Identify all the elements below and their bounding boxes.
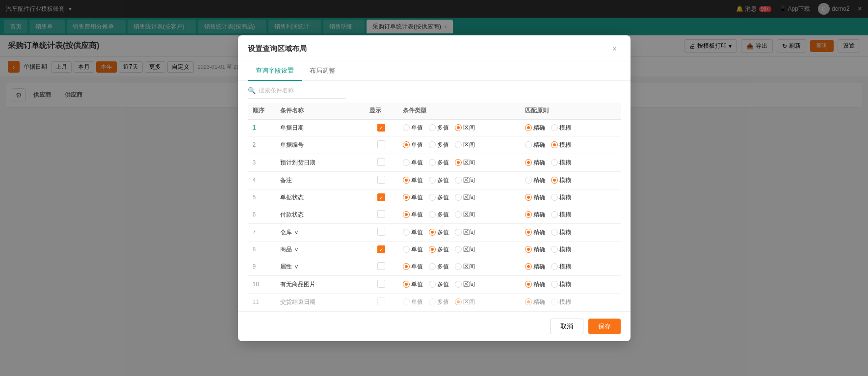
type-radio-range[interactable]: 区间 [455, 298, 475, 306]
type-radio-single[interactable]: 单值 [403, 228, 423, 237]
radio-label: 区间 [463, 159, 475, 167]
save-button[interactable]: 保存 [588, 319, 621, 334]
type-radio-single[interactable]: 单值 [403, 298, 423, 306]
radio-dot [455, 141, 462, 148]
type-radio-range[interactable]: 区间 [455, 141, 475, 149]
type-radio-multi[interactable]: 多值 [429, 280, 449, 289]
type-radio-multi[interactable]: 多值 [429, 124, 449, 132]
match-radio-exact[interactable]: 精确 [525, 245, 545, 254]
match-radio-exact[interactable]: 精确 [525, 159, 545, 167]
type-radio-range[interactable]: 区间 [455, 228, 475, 237]
radio-label: 多值 [437, 211, 449, 219]
match-radio-exact[interactable]: 精确 [525, 280, 545, 289]
display-checkbox[interactable] [377, 176, 385, 184]
type-radio-single[interactable]: 单值 [403, 280, 423, 289]
type-radio-range[interactable]: 区间 [455, 211, 475, 219]
type-radio-single[interactable]: 单值 [403, 263, 423, 271]
cell-display[interactable] [365, 275, 398, 293]
match-radio-fuzzy[interactable]: 模糊 [551, 211, 571, 219]
type-radio-single[interactable]: 单值 [403, 193, 423, 202]
display-checkbox[interactable] [377, 245, 385, 253]
display-checkbox[interactable] [377, 297, 385, 305]
type-radio-range[interactable]: 区间 [455, 280, 475, 289]
type-radio-group: 单值多值区间 [403, 159, 516, 167]
cell-display[interactable] [365, 189, 398, 206]
type-radio-multi[interactable]: 多值 [429, 228, 449, 237]
match-radio-exact[interactable]: 精确 [525, 263, 545, 271]
match-radio-exact[interactable]: 精确 [525, 141, 545, 149]
type-radio-single[interactable]: 单值 [403, 211, 423, 219]
cell-order: 11 [248, 293, 276, 311]
cell-display[interactable] [365, 136, 398, 154]
display-checkbox[interactable] [377, 280, 385, 288]
type-radio-single[interactable]: 单值 [403, 124, 423, 132]
match-radio-exact[interactable]: 精确 [525, 124, 545, 132]
match-radio-fuzzy[interactable]: 模糊 [551, 228, 571, 237]
cell-display[interactable] [365, 241, 398, 258]
type-radio-range[interactable]: 区间 [455, 124, 475, 132]
match-radio-group: 精确模糊 [525, 298, 615, 306]
match-radio-exact[interactable]: 精确 [525, 298, 545, 306]
type-radio-multi[interactable]: 多值 [429, 245, 449, 254]
type-radio-multi[interactable]: 多值 [429, 141, 449, 149]
radio-dot [525, 298, 532, 305]
match-radio-exact[interactable]: 精确 [525, 193, 545, 202]
match-radio-exact[interactable]: 精确 [525, 176, 545, 185]
dialog-tabs: 查询字段设置 布局调整 [238, 61, 631, 81]
display-checkbox[interactable] [377, 210, 385, 218]
type-radio-multi[interactable]: 多值 [429, 176, 449, 185]
type-radio-single[interactable]: 单值 [403, 245, 423, 254]
type-radio-range[interactable]: 区间 [455, 159, 475, 167]
type-radio-multi[interactable]: 多值 [429, 211, 449, 219]
display-checkbox[interactable] [377, 124, 385, 132]
cell-display[interactable] [365, 258, 398, 275]
match-radio-fuzzy[interactable]: 模糊 [551, 141, 571, 149]
table-row: 1单据日期单值多值区间精确模糊 [248, 119, 621, 136]
match-radio-fuzzy[interactable]: 模糊 [551, 245, 571, 254]
match-radio-fuzzy[interactable]: 模糊 [551, 159, 571, 167]
cell-display[interactable] [365, 223, 398, 241]
radio-dot [525, 211, 532, 218]
dialog-close-button[interactable]: × [609, 43, 621, 55]
match-radio-exact[interactable]: 精确 [525, 228, 545, 237]
match-radio-fuzzy[interactable]: 模糊 [551, 263, 571, 271]
type-radio-range[interactable]: 区间 [455, 245, 475, 254]
cell-order: 3 [248, 154, 276, 171]
match-radio-exact[interactable]: 精确 [525, 211, 545, 219]
cell-display[interactable] [365, 293, 398, 311]
type-radio-multi[interactable]: 多值 [429, 159, 449, 167]
tab-layout-adjust[interactable]: 布局调整 [302, 61, 343, 81]
cell-name: 有无商品图片 [275, 275, 364, 293]
type-radio-multi[interactable]: 多值 [429, 263, 449, 271]
type-radio-single[interactable]: 单值 [403, 159, 423, 167]
display-checkbox[interactable] [377, 158, 385, 166]
cell-display[interactable] [365, 119, 398, 136]
type-radio-range[interactable]: 区间 [455, 263, 475, 271]
cell-name: 仓库 ∨ [275, 223, 364, 241]
type-radio-range[interactable]: 区间 [455, 193, 475, 202]
tab-query-fields[interactable]: 查询字段设置 [248, 61, 302, 81]
match-radio-fuzzy[interactable]: 模糊 [551, 298, 571, 306]
type-radio-range[interactable]: 区间 [455, 176, 475, 185]
match-radio-fuzzy[interactable]: 模糊 [551, 176, 571, 185]
type-radio-group: 单值多值区间 [403, 263, 516, 271]
display-checkbox[interactable] [377, 228, 385, 236]
match-radio-fuzzy[interactable]: 模糊 [551, 124, 571, 132]
search-input[interactable] [259, 87, 337, 94]
match-radio-fuzzy[interactable]: 模糊 [551, 280, 571, 289]
cell-display[interactable] [365, 206, 398, 223]
cell-display[interactable] [365, 171, 398, 189]
display-checkbox[interactable] [377, 262, 385, 270]
cell-match: 精确模糊 [520, 171, 620, 189]
match-radio-fuzzy[interactable]: 模糊 [551, 193, 571, 202]
display-checkbox[interactable] [377, 193, 385, 201]
type-radio-single[interactable]: 单值 [403, 176, 423, 185]
cancel-button[interactable]: 取消 [550, 319, 583, 334]
type-radio-multi[interactable]: 多值 [429, 193, 449, 202]
type-radio-single[interactable]: 单值 [403, 141, 423, 149]
cell-display[interactable] [365, 154, 398, 171]
radio-dot [455, 281, 462, 288]
radio-label: 精确 [533, 124, 545, 132]
type-radio-multi[interactable]: 多值 [429, 298, 449, 306]
display-checkbox[interactable] [377, 140, 385, 148]
